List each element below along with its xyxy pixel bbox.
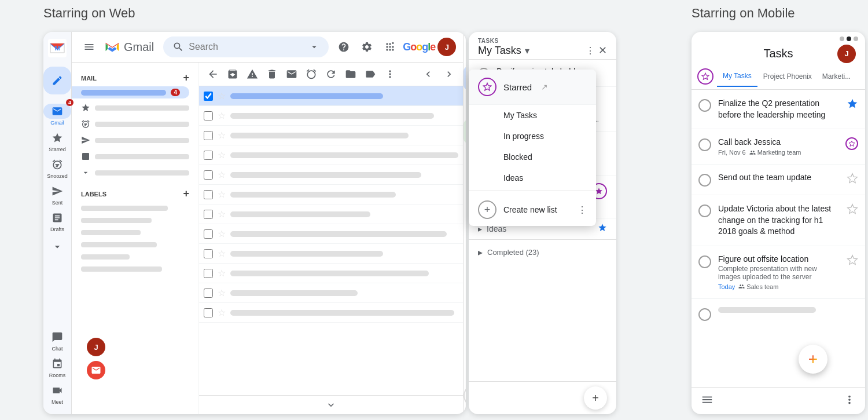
search-bar[interactable] bbox=[163, 36, 329, 57]
bottom-avatar[interactable]: J bbox=[87, 338, 105, 356]
star-icon[interactable]: ☆ bbox=[218, 268, 226, 279]
mail-row-6[interactable]: ☆ bbox=[199, 185, 463, 204]
inbox-item[interactable]: 4 bbox=[72, 86, 189, 98]
mobile-task-partial[interactable] bbox=[692, 299, 865, 329]
apps-icon[interactable] bbox=[380, 36, 400, 57]
tasks-more-icon[interactable]: ⋮ bbox=[586, 45, 595, 56]
dropdown-starred[interactable]: Starred ↗ bbox=[469, 70, 596, 105]
hamburger-icon[interactable] bbox=[79, 36, 100, 57]
mail-row-3[interactable]: ☆ bbox=[199, 126, 463, 145]
label-tag-1[interactable] bbox=[72, 202, 198, 214]
mail-checkbox[interactable] bbox=[204, 229, 213, 239]
dropdown-inprogress[interactable]: In progress bbox=[469, 126, 596, 147]
label-icon[interactable] bbox=[361, 65, 380, 83]
mail-row-4[interactable]: ☆ bbox=[199, 145, 463, 165]
user-avatar[interactable]: J bbox=[437, 38, 456, 56]
mail-checkbox[interactable] bbox=[204, 131, 213, 140]
label-item-4[interactable] bbox=[72, 148, 198, 165]
add-task-area[interactable]: + bbox=[469, 381, 616, 414]
mail-checkbox[interactable] bbox=[204, 151, 213, 160]
help-icon[interactable] bbox=[333, 36, 354, 57]
report-icon[interactable] bbox=[243, 65, 262, 83]
label-item-3[interactable] bbox=[72, 132, 198, 148]
prev-icon[interactable] bbox=[419, 65, 437, 83]
strip-calendar-icon[interactable] bbox=[464, 93, 466, 116]
mail-checkbox[interactable] bbox=[204, 210, 213, 219]
label-tag-3[interactable] bbox=[72, 227, 198, 239]
add-label-icon-2[interactable]: + bbox=[183, 188, 189, 200]
folder-icon[interactable] bbox=[341, 65, 360, 83]
mobile-circle-1[interactable] bbox=[698, 99, 711, 112]
star-icon[interactable]: ☆ bbox=[218, 110, 226, 121]
mail-checkbox[interactable] bbox=[204, 170, 213, 180]
next-icon[interactable] bbox=[440, 65, 458, 83]
mail-checkbox[interactable] bbox=[204, 92, 213, 101]
mail-checkbox[interactable] bbox=[204, 288, 213, 298]
mobile-star-1[interactable] bbox=[847, 98, 858, 112]
dropdown-mytasks[interactable]: My Tasks bbox=[469, 105, 596, 126]
mail-checkbox[interactable] bbox=[204, 269, 213, 278]
mail-checkbox[interactable] bbox=[204, 249, 213, 258]
label-item-2[interactable] bbox=[72, 116, 198, 132]
bottom-icon[interactable] bbox=[87, 361, 105, 379]
star-icon[interactable]: ☆ bbox=[218, 130, 226, 141]
sidebar-draft-icon[interactable] bbox=[43, 210, 71, 225]
star-icon[interactable]: ☆ bbox=[218, 149, 226, 160]
sidebar-rooms-icon[interactable] bbox=[43, 356, 71, 371]
back-icon[interactable] bbox=[204, 65, 222, 83]
more-toolbar-icon[interactable] bbox=[381, 65, 399, 83]
mail-checkbox[interactable] bbox=[204, 308, 213, 317]
strip-docs-icon[interactable] bbox=[464, 67, 466, 90]
mobile-star-5[interactable] bbox=[847, 254, 858, 268]
mail-icon2[interactable] bbox=[282, 65, 301, 83]
mail-checkbox[interactable] bbox=[204, 190, 213, 199]
mobile-star-4[interactable] bbox=[847, 203, 858, 217]
delete-icon[interactable] bbox=[263, 65, 281, 83]
tasks-completed[interactable]: ▸ Completed (23) bbox=[469, 239, 616, 265]
dropdown-ideas[interactable]: Ideas bbox=[469, 167, 596, 188]
mail-row-10[interactable]: ☆ bbox=[199, 264, 463, 283]
compose-icon[interactable] bbox=[43, 67, 71, 94]
sidebar-starred-icon[interactable] bbox=[43, 130, 71, 145]
sidebar-more-icon[interactable] bbox=[43, 239, 71, 254]
strip-maps-icon[interactable] bbox=[464, 173, 466, 196]
label-tag-4[interactable] bbox=[72, 239, 198, 251]
mobile-avatar[interactable]: J bbox=[837, 45, 856, 63]
star-icon[interactable]: ☆ bbox=[218, 228, 226, 239]
star-icon[interactable]: ☆ bbox=[218, 248, 226, 259]
label-tag-5[interactable] bbox=[72, 251, 198, 263]
mobile-tab-mytasks[interactable]: My Tasks bbox=[717, 66, 757, 87]
snooze-icon2[interactable] bbox=[302, 65, 321, 83]
add-task-fab[interactable]: + bbox=[584, 386, 607, 410]
sidebar-meet-icon[interactable] bbox=[43, 383, 71, 398]
sidebar-sent-icon[interactable] bbox=[43, 184, 71, 199]
mobile-circle-3[interactable] bbox=[698, 174, 711, 187]
mobile-circle-2[interactable] bbox=[698, 138, 711, 151]
mobile-task-4[interactable]: Update Victoria about the latest change … bbox=[692, 195, 865, 246]
strip-tasks-icon[interactable] bbox=[464, 120, 466, 143]
mail-row-9[interactable]: ☆ bbox=[199, 244, 463, 264]
strip-phone-icon[interactable] bbox=[464, 147, 466, 170]
sidebar-mail-icon[interactable]: 4 bbox=[43, 104, 71, 119]
mobile-tab-project[interactable]: Project Phoenix bbox=[757, 67, 818, 86]
mobile-circle-4[interactable] bbox=[698, 204, 711, 217]
strip-add-icon[interactable] bbox=[464, 384, 466, 407]
label-tag-2[interactable] bbox=[72, 214, 198, 227]
tasks-close-icon[interactable]: ✕ bbox=[598, 44, 607, 57]
mobile-task-5[interactable]: Figure out offsite location Complete pre… bbox=[692, 246, 865, 299]
mobile-task-3[interactable]: Send out the team update bbox=[692, 165, 865, 195]
refresh-icon[interactable] bbox=[322, 65, 340, 83]
mobile-star-3[interactable] bbox=[847, 173, 858, 187]
mobile-circle-partial[interactable] bbox=[698, 308, 711, 321]
mobile-menu-icon[interactable] bbox=[701, 393, 713, 408]
label-item-1[interactable] bbox=[72, 100, 198, 116]
mobile-star-2[interactable] bbox=[845, 137, 858, 150]
add-label-icon[interactable]: + bbox=[183, 72, 189, 84]
settings-icon[interactable] bbox=[356, 36, 377, 57]
star-icon[interactable]: ☆ bbox=[218, 189, 226, 200]
mobile-fab[interactable]: + bbox=[799, 345, 827, 374]
mail-row-7[interactable]: ☆ bbox=[199, 204, 463, 224]
star-icon[interactable]: ☆ bbox=[218, 307, 226, 318]
dropdown-more[interactable]: ⋮ bbox=[578, 204, 587, 216]
mail-row-1[interactable]: ☆ bbox=[199, 86, 463, 106]
